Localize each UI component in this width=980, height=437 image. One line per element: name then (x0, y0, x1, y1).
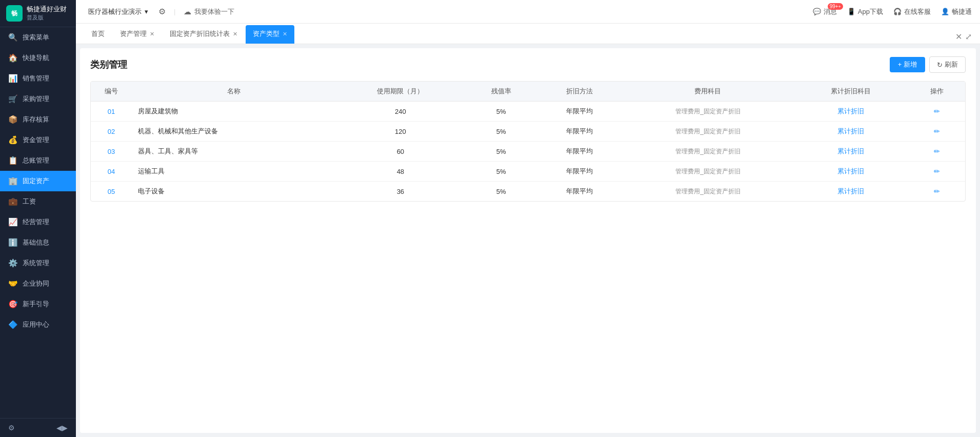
logo-text-block: 畅捷通好业财 普及版 (27, 5, 67, 22)
settings-icon[interactable]: ⚙ (8, 424, 15, 432)
sidebar-item-label: 经营管理 (23, 217, 49, 227)
cell-action[interactable]: ✏ (909, 122, 965, 142)
cell-accum: 累计折旧 (793, 102, 909, 122)
sidebar-item-label: 企业协同 (23, 279, 49, 288)
sidebar-item-funds[interactable]: 💰 资金管理 (0, 130, 76, 150)
operations-icon: 📈 (8, 217, 17, 227)
sales-icon: 📊 (8, 74, 17, 83)
tab-close-icon[interactable]: ✕ (233, 31, 237, 37)
sidebar-item-enterprise[interactable]: 🤝 企业协同 (0, 273, 76, 294)
cell-accum: 累计折旧 (793, 162, 909, 182)
page-actions: + 新增 ↻ 刷新 (890, 56, 966, 73)
sidebar-item-system[interactable]: ⚙️ 系统管理 (0, 253, 76, 273)
cell-action[interactable]: ✏ (909, 102, 965, 122)
tab-home[interactable]: 首页 (84, 25, 112, 44)
sidebar-item-general-ledger[interactable]: 📋 总账管理 (0, 150, 76, 171)
table-row: 04 运输工具 48 5% 年限平均 管理费用_固定资产折旧 累计折旧 ✏ (91, 162, 965, 182)
cell-residual: 5% (466, 122, 537, 142)
category-table: 编号 名称 使用期限（月） 残值率 折旧方法 费用科目 累计折旧科目 操作 01… (91, 82, 965, 201)
col-action: 操作 (909, 82, 965, 102)
cloud-icon: ☁ (184, 7, 191, 16)
tab-close-icon[interactable]: ✕ (283, 31, 287, 37)
tab-fixed-asset-table[interactable]: 固定资产折旧统计表 ✕ (163, 25, 245, 44)
sidebar-item-guide[interactable]: 🎯 新手引导 (0, 294, 76, 314)
main-area: 医疗器械行业演示 ▾ ⚙ | ☁ 我要体验一下 💬 消息 99++ 📱 App下… (76, 0, 980, 437)
cell-method: 年限平均 (537, 122, 623, 142)
sidebar-item-quick-nav[interactable]: 🏠 快捷导航 (0, 48, 76, 68)
col-code: 编号 (91, 82, 132, 102)
sidebar-item-search[interactable]: 🔍 搜索菜单 (0, 27, 76, 48)
cell-action[interactable]: ✏ (909, 142, 965, 162)
sidebar-item-fixed-assets[interactable]: 🏢 固定资产 (0, 171, 76, 191)
tab-asset-mgmt-label: 资产管理 (120, 29, 147, 38)
tab-close-window-button[interactable]: ✕ (955, 32, 962, 42)
data-table: 编号 名称 使用期限（月） 残值率 折旧方法 费用科目 累计折旧科目 操作 01… (90, 81, 966, 202)
guide-icon: 🎯 (8, 300, 17, 309)
cell-name: 器具、工具、家具等 (132, 142, 335, 162)
table-row: 03 器具、工具、家具等 60 5% 年限平均 管理费用_固定资产折旧 累计折旧… (91, 142, 965, 162)
refresh-label: 刷新 (945, 60, 958, 69)
sidebar-item-payroll[interactable]: 💼 工资 (0, 191, 76, 212)
cell-name: 机器、机械和其他生产设备 (132, 122, 335, 142)
sidebar-item-operations[interactable]: 📈 经营管理 (0, 212, 76, 232)
sidebar-item-sales[interactable]: 📊 销售管理 (0, 68, 76, 89)
cell-code: 03 (91, 142, 132, 162)
sidebar-item-inventory[interactable]: 📦 库存核算 (0, 109, 76, 130)
search-icon: 🔍 (8, 33, 17, 42)
logo-icon: 畅 (6, 5, 23, 22)
tab-asset-type[interactable]: 资产类型 ✕ (246, 25, 294, 44)
sidebar-item-app-center[interactable]: 🔷 应用中心 (0, 314, 76, 335)
cell-expense: 管理费用_固定资产折旧 (623, 182, 793, 202)
try-experience[interactable]: ☁ 我要体验一下 (184, 7, 234, 16)
refresh-button[interactable]: ↻ 刷新 (929, 56, 966, 73)
try-label: 我要体验一下 (194, 7, 234, 16)
collapse-icon[interactable]: ◀▶ (56, 424, 68, 432)
sidebar-item-label: 应用中心 (23, 320, 49, 329)
sidebar-item-label: 工资 (23, 197, 36, 206)
tabbar: 首页 资产管理 ✕ 固定资产折旧统计表 ✕ 资产类型 ✕ ✕ ⤢ (76, 24, 980, 44)
app-download-button[interactable]: 📱 App下载 (847, 7, 883, 16)
table-row: 01 房屋及建筑物 240 5% 年限平均 管理费用_固定资产折旧 累计折旧 ✏ (91, 102, 965, 122)
company-selector[interactable]: 医疗器械行业演示 ▾ (84, 5, 152, 18)
headset-icon: 🎧 (893, 8, 902, 15)
tab-fixed-asset-table-label: 固定资产折旧统计表 (170, 29, 230, 38)
table-row: 02 机器、机械和其他生产设备 120 5% 年限平均 管理费用_固定资产折旧 … (91, 122, 965, 142)
sidebar-item-label: 资金管理 (23, 135, 49, 145)
funds-icon: 💰 (8, 135, 17, 145)
user-profile[interactable]: 👤 畅捷通 (941, 7, 972, 16)
cell-expense: 管理费用_固定资产折旧 (623, 102, 793, 122)
topbar: 医疗器械行业演示 ▾ ⚙ | ☁ 我要体验一下 💬 消息 99++ 📱 App下… (76, 0, 980, 24)
online-service-button[interactable]: 🎧 在线客服 (893, 7, 931, 16)
tab-expand-button[interactable]: ⤢ (965, 32, 972, 42)
cell-action[interactable]: ✏ (909, 162, 965, 182)
table-row: 05 电子设备 36 5% 年限平均 管理费用_固定资产折旧 累计折旧 ✏ (91, 182, 965, 202)
sidebar-menu: 🔍 搜索菜单 🏠 快捷导航 📊 销售管理 🛒 采购管理 📦 库存核算 💰 资金管… (0, 27, 76, 418)
app-download-label: App下载 (858, 7, 883, 16)
content-area: 类别管理 + 新增 ↻ 刷新 编号 名称 使用期限（月） 残值率 折旧方法 (80, 48, 976, 433)
table-header-row: 编号 名称 使用期限（月） 残值率 折旧方法 费用科目 累计折旧科目 操作 (91, 82, 965, 102)
cell-code: 04 (91, 162, 132, 182)
col-period: 使用期限（月） (335, 82, 466, 102)
cell-method: 年限平均 (537, 182, 623, 202)
sidebar-item-label: 快捷导航 (23, 53, 49, 63)
cell-code: 01 (91, 102, 132, 122)
sidebar-item-label: 库存核算 (23, 115, 49, 124)
messages-button[interactable]: 💬 消息 99++ (813, 7, 837, 16)
basic-info-icon: ℹ️ (8, 238, 17, 247)
new-button[interactable]: + 新增 (890, 57, 925, 72)
cell-method: 年限平均 (537, 162, 623, 182)
cell-action[interactable]: ✏ (909, 182, 965, 202)
cell-accum: 累计折旧 (793, 122, 909, 142)
tab-asset-mgmt[interactable]: 资产管理 ✕ (113, 25, 162, 44)
enterprise-icon: 🤝 (8, 279, 17, 288)
sidebar-item-purchase[interactable]: 🛒 采购管理 (0, 89, 76, 109)
settings-gear-icon[interactable]: ⚙ (158, 7, 166, 16)
sidebar-item-label: 总账管理 (23, 156, 49, 165)
cell-period: 240 (335, 102, 466, 122)
tab-controls: ✕ ⤢ (955, 32, 972, 44)
cell-name: 电子设备 (132, 182, 335, 202)
sidebar-item-basic-info[interactable]: ℹ️ 基础信息 (0, 232, 76, 253)
tab-close-icon[interactable]: ✕ (150, 31, 154, 37)
company-name: 医疗器械行业演示 (88, 7, 142, 16)
cell-residual: 5% (466, 162, 537, 182)
